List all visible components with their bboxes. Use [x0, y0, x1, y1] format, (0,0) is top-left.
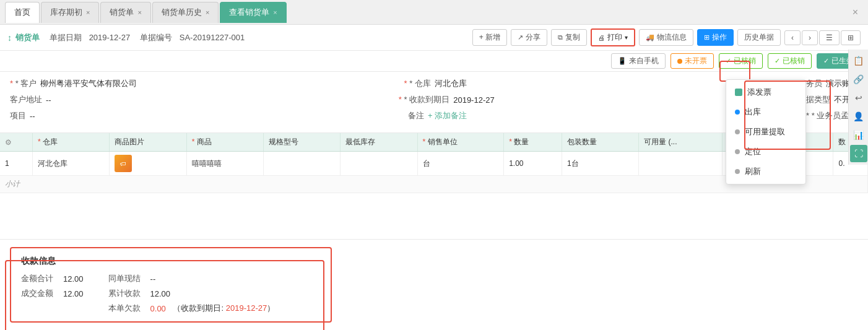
doc-date-label: 单据日期: [50, 32, 82, 43]
doc-type-icon: ↕ 销货单: [7, 32, 40, 43]
project-label: 项目: [10, 110, 26, 121]
locate-icon: [735, 149, 740, 154]
payment-date-field: * * 收款到期日 2019-12-27: [399, 94, 778, 105]
sidebar-icon-2[interactable]: 🔗: [850, 71, 867, 88]
project-field: 项目 --: [10, 110, 398, 121]
tab-sales-order[interactable]: 销货单 ×: [100, 2, 150, 23]
col-product: * 商品: [186, 133, 263, 152]
right-sidebar: 📋 🔗 ↩ 👤 📊 ⛶: [848, 50, 868, 165]
cancelled-button[interactable]: ✓ 已核销: [768, 53, 812, 69]
not-opened-button[interactable]: 未开票: [671, 53, 714, 69]
dropdown-add-invoice[interactable]: 添发票: [726, 82, 805, 102]
add-note-button[interactable]: + 添加备注: [428, 110, 467, 121]
outbound-label: 出库: [745, 106, 761, 118]
tab-inventory-init[interactable]: 库存期初 ×: [41, 2, 99, 23]
col-warehouse: * 仓库: [33, 133, 110, 152]
not-opened-label: 未开票: [685, 56, 707, 66]
from-phone-label: 来自手机: [629, 56, 659, 66]
payment-info-box: 收款信息 金额合计 12.00 成交金额 12.00 同单现结 --: [10, 247, 332, 323]
check-label: 已核销: [734, 56, 756, 66]
tab-sales-order-label: 销货单: [110, 7, 134, 18]
tab-sales-history-close[interactable]: ×: [206, 9, 209, 16]
col-pack-qty: 包装数量: [562, 133, 638, 152]
share-button[interactable]: ↗ 分享: [511, 29, 547, 46]
cell-min-stock: [341, 152, 417, 176]
owe-value: 0.00: [150, 304, 166, 313]
product-thumbnail: 🏷: [115, 155, 132, 172]
amount-value: 12.00: [63, 274, 84, 284]
new-button[interactable]: + 新增: [472, 29, 507, 46]
sidebar-icon-4[interactable]: 👤: [850, 108, 867, 125]
tab-home-label: 首页: [14, 7, 30, 18]
cumulative-value: 12.00: [150, 289, 171, 298]
tab-inventory-init-label: 库存期初: [50, 7, 82, 18]
dropdown-available-qty[interactable]: 可用量提取: [726, 122, 805, 142]
payment-col-right: 同单现结 -- 累计收款 12.00 本单欠款 0.00 （收款到期日: 201…: [108, 273, 276, 314]
amount-row: 金额合计 12.00: [21, 273, 84, 284]
tab-sales-history[interactable]: 销货单历史 ×: [152, 2, 219, 23]
amount-label: 金额合计: [21, 273, 58, 284]
nav-prev-button[interactable]: ‹: [784, 30, 801, 45]
dropdown-refresh[interactable]: 刷新: [726, 162, 805, 181]
view-grid-button[interactable]: ⊞: [841, 30, 861, 45]
check-button[interactable]: ✓ 已核销: [719, 53, 763, 69]
payment-date-label: * * 收款到期日: [399, 94, 449, 105]
customer-label: * * 客户: [10, 78, 37, 89]
tab-view-sales[interactable]: 查看销货单 ×: [220, 2, 286, 23]
new-label: + 新增: [479, 32, 500, 43]
print-button[interactable]: 🖨 打印 ▾: [591, 28, 635, 46]
cell-product: 嘻嘻嘻嘻: [186, 152, 263, 176]
from-phone-button[interactable]: 📱 来自手机: [611, 53, 666, 69]
operate-button[interactable]: ⊞ 操作: [697, 29, 734, 46]
tab-sales-history-label: 销货单历史: [162, 7, 202, 18]
col-available: 可用量 (...: [639, 133, 723, 152]
copy-label: 复制: [565, 32, 580, 43]
warehouse-label: * * 仓库: [404, 78, 431, 89]
operate-label: 操作: [712, 32, 727, 43]
copy-button[interactable]: ⧉ 复制: [551, 29, 587, 46]
outbound-icon: [735, 110, 740, 115]
add-note-label: + 添加备注: [428, 110, 467, 121]
toolbar-actions: + 新增 ↗ 分享 ⧉ 复制 🖨 打印 ▾ 🚚 物流信息 ⊞ 操作: [472, 28, 861, 46]
payment-title: 收款信息: [21, 256, 321, 267]
cell-warehouse: 河北仓库: [33, 152, 110, 176]
project-value: --: [30, 111, 35, 121]
main-area: ↕ 销货单 单据日期 2019-12-27 单据编号 SA-20191227-0…: [0, 25, 868, 330]
refresh-label: 刷新: [745, 166, 761, 177]
sidebar-icon-5[interactable]: 📊: [850, 126, 867, 144]
tab-view-sales-close[interactable]: ×: [273, 9, 277, 16]
tab-inventory-init-close[interactable]: ×: [86, 9, 90, 16]
add-invoice-label: 添发票: [747, 87, 771, 98]
address-field: 客户地址 --: [10, 94, 389, 105]
doc-info: 单据日期 2019-12-27 单据编号 SA-20191227-001: [50, 32, 245, 43]
logistics-button[interactable]: 🚚 物流信息: [639, 29, 693, 46]
tab-home[interactable]: 首页: [5, 2, 40, 23]
view-list-button[interactable]: ☰: [819, 30, 840, 45]
cell-num: 1: [0, 152, 33, 176]
dropdown-locate[interactable]: 定位: [726, 142, 805, 162]
dropdown-outbound[interactable]: 出库: [726, 102, 805, 122]
sidebar-icon-3[interactable]: ↩: [850, 89, 867, 106]
refresh-icon: [735, 169, 740, 174]
nav-next-button[interactable]: ›: [802, 30, 818, 45]
tab-sales-order-close[interactable]: ×: [137, 9, 141, 16]
transaction-value: 12.00: [63, 289, 84, 298]
share-label: 分享: [526, 32, 540, 43]
col-spec: 规格型号: [263, 133, 340, 152]
sidebar-icon-expand[interactable]: ⛶: [850, 145, 867, 162]
window-close-button[interactable]: ×: [848, 4, 863, 20]
cell-spec: [263, 152, 340, 176]
owe-row: 本单欠款 0.00 （收款到期日: 2019-12-27）: [108, 303, 276, 314]
tab-bar: 首页 库存期初 × 销货单 × 销货单历史 × 查看销货单 × ×: [0, 0, 868, 25]
toolbar: ↕ 销货单 单据日期 2019-12-27 单据编号 SA-20191227-0…: [0, 25, 868, 51]
payment-rows: 金额合计 12.00 成交金额 12.00 同单现结 -- 累计收款: [21, 273, 321, 314]
warehouse-value: 河北仓库: [435, 78, 467, 89]
sidebar-icon-1[interactable]: 📋: [850, 52, 867, 69]
same-order-row: 同单现结 --: [108, 273, 276, 284]
col-sales-unit: * 销售单位: [417, 133, 504, 152]
col-gear: ⚙: [0, 133, 33, 152]
action-bar: 📱 来自手机 未开票 ✓ 已核销 ✓ 已核销 ✓ 已生效: [0, 51, 868, 72]
bottom-section: 收款信息 金额合计 12.00 成交金额 12.00 同单现结 --: [0, 239, 868, 330]
cell-available: [639, 152, 723, 176]
history-button[interactable]: 历史单据: [737, 29, 781, 46]
